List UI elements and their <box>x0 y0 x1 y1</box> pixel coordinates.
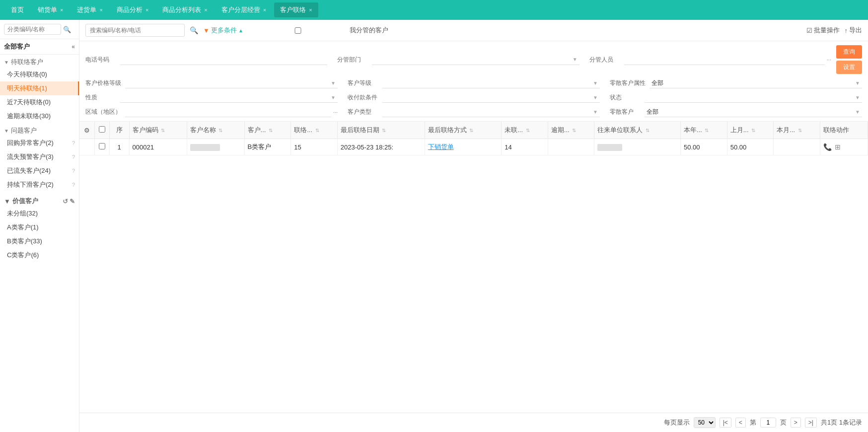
col-header-settings[interactable]: ⚙ <box>79 122 94 139</box>
action-grid-icon[interactable]: ⊞ <box>835 143 841 151</box>
help-churn-warning-icon[interactable]: ? <box>72 154 75 160</box>
nav-purchase-order[interactable]: 进货单 × <box>71 2 108 17</box>
sidebar-item-churn-warning[interactable]: 流失预警客户(3) ? <box>0 150 79 164</box>
close-purchase-order-icon[interactable]: × <box>99 7 102 13</box>
col-header-checkbox[interactable] <box>94 122 109 139</box>
sidebar-collapse-icon[interactable]: « <box>72 43 75 50</box>
row-checkbox[interactable] <box>99 143 105 149</box>
sort-code-icon: ⇅ <box>161 128 165 133</box>
sidebar-item-lost-customers[interactable]: 已流失客户(24) ? <box>0 164 79 178</box>
col-header-type[interactable]: 客户... ⇅ <box>244 122 291 139</box>
col-header-contact-count[interactable]: 联络... ⇅ <box>291 122 338 139</box>
filter-region-input[interactable] <box>125 107 331 117</box>
row-code-cell[interactable]: 000021 <box>129 139 187 155</box>
filter-gender-select[interactable] <box>120 92 338 102</box>
sidebar-item-overdue-contact[interactable]: 逾期未联络(30) <box>0 109 79 123</box>
first-page-button[interactable]: |< <box>720 418 731 428</box>
page-number-input[interactable] <box>760 418 776 428</box>
filter-customer-grade-select[interactable] <box>382 78 600 88</box>
sort-contact-count-icon: ⇅ <box>315 128 319 133</box>
export-icon: ↑ <box>845 27 848 34</box>
nav-product-analysis-list[interactable]: 商品分析列表 × <box>156 2 213 17</box>
help-repurchase-icon[interactable]: ? <box>72 140 75 146</box>
col-header-name[interactable]: 客户名称 ⇅ <box>187 122 244 139</box>
nav-customer-tier[interactable]: 客户分层经营 × <box>216 2 272 17</box>
more-conditions-button[interactable]: ▼ 更多条件 ▲ <box>203 26 243 35</box>
customer-name-blurred <box>190 144 220 151</box>
filter-dept-select[interactable] <box>372 55 579 65</box>
filter-price-grade-label: 客户价格等级 <box>85 79 125 87</box>
my-customers-checkbox-label[interactable]: 我分管的客户 <box>248 26 388 35</box>
row-action-cell: 📞 ⊞ <box>820 139 868 155</box>
sidebar-problem-group-label: ▼ 问题客户 <box>0 123 79 136</box>
row-checkbox-cell[interactable] <box>94 139 109 155</box>
help-declining-icon[interactable]: ? <box>72 182 75 188</box>
help-lost-icon[interactable]: ? <box>72 168 75 174</box>
col-header-last-contact-date[interactable]: 最后联络日期 ⇅ <box>337 122 425 139</box>
filter-phone-input[interactable] <box>120 55 327 65</box>
close-sales-order-icon[interactable]: × <box>60 7 63 13</box>
refresh-value-icon[interactable]: ↺ <box>63 198 68 205</box>
sidebar-item-7day-contact[interactable]: 近7天待联络(0) <box>0 95 79 109</box>
sidebar-item-ungrouped[interactable]: 未分组(32) <box>0 207 79 220</box>
search-input[interactable] <box>85 24 185 37</box>
filter-retail-attr-select[interactable]: 全部 <box>650 78 862 88</box>
settings-button[interactable]: 设置 <box>836 61 862 74</box>
nav-customer-contact[interactable]: 客户联络 × <box>274 2 318 17</box>
search-bar-right: ☑ 批量操作 ↑ 导出 <box>806 26 863 35</box>
edit-value-icon[interactable]: ✎ <box>70 198 75 205</box>
sidebar-item-today-contact[interactable]: 今天待联络(0) <box>0 68 79 81</box>
sidebar-search-input[interactable] <box>4 24 61 35</box>
sidebar-item-c-class[interactable]: C类客户(6) <box>0 248 79 262</box>
last-page-button[interactable]: >| <box>805 418 817 428</box>
sidebar-item-tomorrow-contact[interactable]: 明天待联络(1) <box>0 81 79 95</box>
sort-overdue-icon: ⇅ <box>572 128 576 133</box>
filter-phone-label: 电话号码 <box>85 56 120 64</box>
sidebar: 🔍 全部客户 « ▼ 待联络客户 今天待联络(0) 明天待联络(1) 近7天待联… <box>0 20 79 432</box>
close-product-analysis-icon[interactable]: × <box>145 7 148 13</box>
close-customer-contact-icon[interactable]: × <box>309 7 312 13</box>
col-header-this-month[interactable]: 本月... ⇅ <box>774 122 820 139</box>
region-more-icon[interactable]: ··· <box>333 109 338 115</box>
batch-op-checkbox-icon: ☑ <box>806 27 812 34</box>
col-header-this-year[interactable]: 本年... ⇅ <box>681 122 727 139</box>
col-header-company-contact[interactable]: 往来单位联系人 ⇅ <box>594 122 681 139</box>
nav-product-analysis[interactable]: 商品分析 × <box>111 2 154 17</box>
close-product-analysis-list-icon[interactable]: × <box>204 7 207 13</box>
action-phone-icon[interactable]: 📞 <box>823 143 832 151</box>
row-last-method-cell[interactable]: 下销货单 <box>425 139 501 155</box>
close-customer-tier-icon[interactable]: × <box>263 7 266 13</box>
top-navigation: 首页 销货单 × 进货单 × 商品分析 × 商品分析列表 × 客户分层经营 × … <box>0 0 868 20</box>
prev-page-button[interactable]: < <box>735 418 746 428</box>
col-header-not-contacted[interactable]: 未联... ⇅ <box>502 122 548 139</box>
nav-sales-order[interactable]: 销货单 × <box>32 2 69 17</box>
search-button[interactable]: 🔍 <box>190 26 198 34</box>
query-button[interactable]: 查询 <box>836 45 862 59</box>
sidebar-item-declining[interactable]: 持续下滑客户(2) ? <box>0 178 79 192</box>
row-last-date-cell: 2023-05-23 18:25: <box>337 139 425 155</box>
manager-more-icon[interactable]: ··· <box>827 57 831 63</box>
filter-customer-type-select[interactable] <box>382 107 600 117</box>
nav-home[interactable]: 首页 <box>5 2 30 17</box>
filter-payment-select[interactable] <box>382 92 600 102</box>
next-page-button[interactable]: > <box>791 418 801 428</box>
sort-name-icon: ⇅ <box>218 128 222 133</box>
sidebar-item-repurchase-abnormal[interactable]: 回购异常客户(2) ? <box>0 136 79 150</box>
sidebar-search-icon[interactable]: 🔍 <box>63 26 71 33</box>
col-header-last-month[interactable]: 上月... ⇅ <box>727 122 774 139</box>
per-page-select[interactable]: 50 <box>694 417 716 428</box>
export-button[interactable]: ↑ 导出 <box>845 26 863 35</box>
filter-retail-customer-select[interactable]: 全部 <box>645 107 862 117</box>
my-customers-checkbox[interactable] <box>248 27 348 34</box>
col-header-last-contact-method[interactable]: 最后联络方式 ⇅ <box>425 122 501 139</box>
col-header-overdue[interactable]: 逾期... ⇅ <box>548 122 594 139</box>
filter-manager-input[interactable] <box>624 55 825 65</box>
select-all-checkbox[interactable] <box>99 126 105 133</box>
filter-status-select[interactable] <box>645 92 862 102</box>
col-header-code[interactable]: 客户编码 ⇅ <box>129 122 187 139</box>
sidebar-item-b-class[interactable]: B类客户(33) <box>0 234 79 248</box>
batch-operation-button[interactable]: ☑ 批量操作 <box>806 26 840 35</box>
sidebar-all-customers[interactable]: 全部客户 « <box>0 39 79 55</box>
sidebar-item-a-class[interactable]: A类客户(1) <box>0 220 79 234</box>
filter-price-grade-select[interactable] <box>125 78 338 88</box>
